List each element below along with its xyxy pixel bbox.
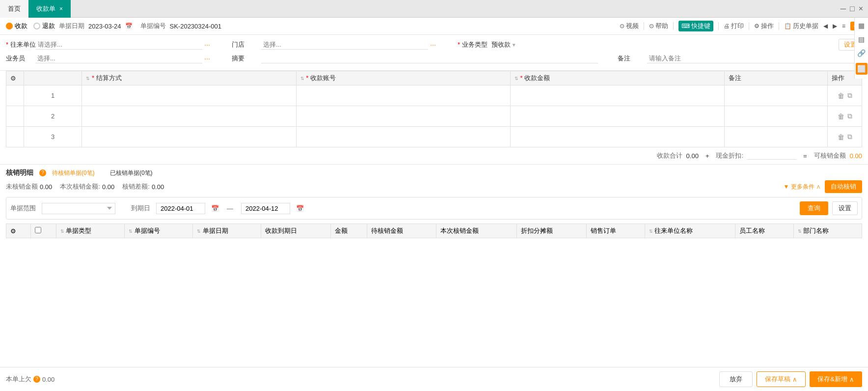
copy-icon-3[interactable]: ⧉ xyxy=(847,133,852,141)
panel-icon-3[interactable]: 🔗 xyxy=(857,49,866,57)
radio-collection[interactable]: 收款 xyxy=(6,22,27,30)
draft-arrow-icon: ∧ xyxy=(792,376,797,383)
ops-link[interactable]: ⚙ 操作 xyxy=(754,22,774,30)
done-tab[interactable]: 已核销单据(0笔) xyxy=(110,169,153,177)
filter-range-select[interactable] xyxy=(42,203,115,214)
available-value: 0.00 xyxy=(850,152,862,160)
settlement-cell-2[interactable] xyxy=(82,106,296,127)
remark-cell-1[interactable] xyxy=(724,85,827,106)
abstract-input[interactable] xyxy=(261,54,598,63)
tab-collection[interactable]: 收款单 × xyxy=(28,0,71,18)
calendar-icon-btn[interactable]: 📅 xyxy=(125,23,133,29)
current-label: 本次核销金额: xyxy=(60,182,100,191)
toolbar-right: ⊙ 视频 ⊙ 帮助 ⌨ 快捷键 🖨 打印 ⚙ 操作 📋 历史单据 ◀ ▶ ≡ ⋯ xyxy=(620,21,862,31)
row-num-2: 2 xyxy=(24,106,82,127)
bill-number-value: SK-20230324-001 xyxy=(170,23,222,30)
delete-icon-2[interactable]: 🗑 xyxy=(838,112,844,120)
footer-info-icon[interactable]: ? xyxy=(33,376,40,383)
nav-prev-icon[interactable]: ◀ xyxy=(823,23,828,29)
more-filter[interactable]: ▼ 更多条件 ∧ xyxy=(783,183,821,191)
account-cell-3[interactable] xyxy=(296,127,510,147)
shop-input[interactable] xyxy=(261,40,428,50)
window-minimize-icon[interactable]: ─ xyxy=(841,4,846,13)
amount-cell-2[interactable] xyxy=(510,106,724,127)
salesperson-label: 业务员 xyxy=(6,54,35,63)
print-link[interactable]: 🖨 打印 xyxy=(724,22,744,30)
counterpart-input[interactable] xyxy=(36,40,203,50)
business-type-chevron[interactable]: ▼ xyxy=(512,42,516,48)
lower-th-gear[interactable]: ⚙ xyxy=(6,224,31,238)
reconcile-section: 核销明细 ? 待核销单据(0笔) 已核销单据(0笔) 未核销金额 0.00 本次… xyxy=(0,165,868,367)
select-all-checkbox[interactable] xyxy=(35,227,41,233)
video-link[interactable]: ⊙ 视频 xyxy=(620,22,639,30)
salesperson-input[interactable] xyxy=(35,54,202,63)
date-from-icon[interactable]: 📅 xyxy=(211,205,219,212)
radio-refund[interactable]: 退款 xyxy=(33,22,55,30)
shop-label: 门店 xyxy=(232,40,261,49)
date-to-icon[interactable]: 📅 xyxy=(296,205,304,212)
remark-input[interactable] xyxy=(647,54,862,63)
remark-cell-2[interactable] xyxy=(724,106,827,127)
history-link[interactable]: 📋 历史单据 xyxy=(784,22,818,30)
remark-cell-3[interactable] xyxy=(724,127,827,147)
right-panel: ▦ ▤ 🔗 ⬜ xyxy=(854,18,868,79)
settlement-cell-3[interactable] xyxy=(82,127,296,147)
auto-cancel-btn[interactable]: 自动核销 xyxy=(825,180,862,193)
date-from-input[interactable] xyxy=(156,203,205,214)
lower-th-due-date: 收款到期日 xyxy=(261,224,330,238)
footer-current-label: 本单上欠 xyxy=(6,375,31,384)
summary-row: 收款合计 0.00 + 现金折扣: = 可核销金额 0.00 xyxy=(0,147,868,165)
window-close-icon[interactable]: × xyxy=(859,4,863,13)
date-to-input[interactable] xyxy=(241,203,290,214)
lower-th-type: ⇅ 单据类型 xyxy=(56,224,124,238)
panel-icon-1[interactable]: ▦ xyxy=(858,22,865,29)
row-num-1: 1 xyxy=(24,85,82,106)
tab-home[interactable]: 首页 xyxy=(0,0,28,18)
table-gear-th[interactable]: ⚙ xyxy=(6,71,24,85)
save-new-btn[interactable]: 保存&新增 ∧ xyxy=(810,371,862,387)
nav-next-icon[interactable]: ▶ xyxy=(833,23,837,29)
lower-th-current: 本次核销金额 xyxy=(436,224,517,238)
date-separator: — xyxy=(227,205,233,212)
window-maximize-icon[interactable]: □ xyxy=(850,4,855,13)
settlement-cell-1[interactable] xyxy=(82,85,296,106)
filter-row: 单据范围 到期日 📅 — 📅 查询 设置 xyxy=(6,197,862,220)
shop-ellipsis[interactable]: ··· xyxy=(428,41,438,49)
amount-cell-1[interactable] xyxy=(510,85,724,106)
counterpart-ellipsis[interactable]: ··· xyxy=(202,41,212,49)
remark-field: 备注 xyxy=(618,54,862,63)
business-type-label: 业务类型 xyxy=(458,40,488,49)
copy-icon-1[interactable]: ⧉ xyxy=(847,91,852,100)
query-btn[interactable]: 查询 xyxy=(800,201,828,215)
help-link[interactable]: ⊙ 帮助 xyxy=(649,22,668,30)
account-cell-1[interactable] xyxy=(296,85,510,106)
equal-sign: = xyxy=(803,152,807,160)
pending-tab[interactable]: 待核销单据(0笔) xyxy=(52,169,95,177)
th-remark: 备注 xyxy=(724,71,827,85)
th-row-num xyxy=(24,71,82,85)
panel-icon-2[interactable]: ▤ xyxy=(858,35,865,43)
reconcile-info-icon[interactable]: ? xyxy=(39,169,46,176)
abandon-btn[interactable]: 放弃 xyxy=(719,371,753,387)
current-stat-value: 0.00 xyxy=(102,183,114,191)
delete-icon-3[interactable]: 🗑 xyxy=(838,133,844,141)
account-cell-2[interactable] xyxy=(296,106,510,127)
footer-left: 本单上欠 ? 0.00 xyxy=(6,375,54,384)
total-label: 收款合计 xyxy=(657,151,682,160)
delete-icon-1[interactable]: 🗑 xyxy=(838,92,844,100)
salesperson-ellipsis[interactable]: ··· xyxy=(202,55,212,62)
panel-icon-4[interactable]: ⬜ xyxy=(856,63,868,75)
discount-input[interactable] xyxy=(747,152,796,160)
layout-icon[interactable]: ≡ xyxy=(842,23,845,29)
draft-btn[interactable]: 保存草稿 ∧ xyxy=(757,371,806,387)
lower-th-amount: 金额 xyxy=(330,224,367,238)
amount-cell-3[interactable] xyxy=(510,127,724,147)
tab-close-icon[interactable]: × xyxy=(59,5,63,12)
lower-th-checkbox[interactable] xyxy=(31,224,56,238)
abstract-label: 摘要 xyxy=(232,54,261,63)
lower-th-dept: ⇅ 部门名称 xyxy=(793,224,862,238)
copy-icon-2[interactable]: ⧉ xyxy=(847,112,852,120)
filter-range-label: 单据范围 xyxy=(10,204,36,213)
filter-settings-btn[interactable]: 设置 xyxy=(832,201,858,215)
shortcut-link[interactable]: ⌨ 快捷键 xyxy=(678,21,713,31)
